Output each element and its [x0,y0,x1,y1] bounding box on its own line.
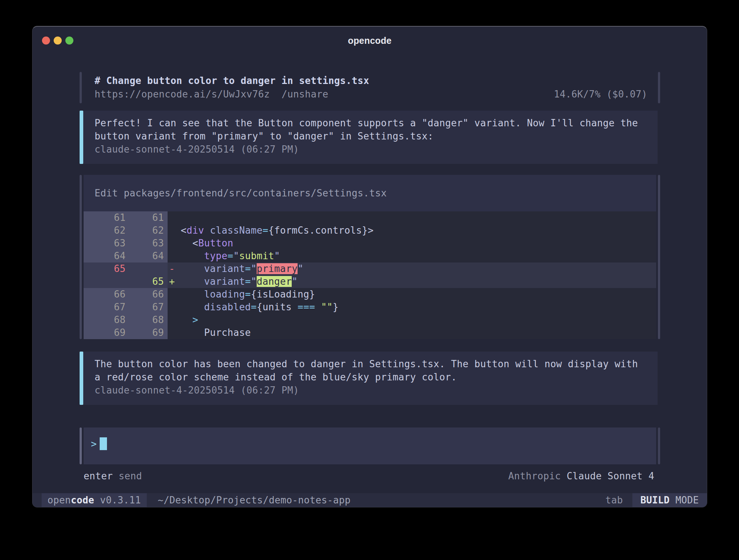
unshare-command: /unshare [282,88,328,101]
traffic-lights [42,27,73,54]
prompt-symbol: > [91,437,97,450]
diff-old-line-number: 68 [84,314,129,326]
diff-code-line: > [168,314,656,326]
enter-key-hint: enter [84,470,113,482]
diff-old-line-number: 64 [84,250,129,262]
diff-code-line: + variant="danger" [168,275,656,288]
edit-tool-card: Edit packages/frontend/src/containers/Se… [80,175,660,339]
diff-old-line-number: 63 [84,237,129,250]
opencode-window: opencode # Change button color to danger… [32,26,707,507]
diff-old-line-number: 66 [84,288,129,301]
diff-new-line-number: 64 [129,250,168,262]
diff-new-line-number: 63 [129,237,168,250]
mode-name: BUILD [640,495,670,506]
input-right-rail [658,427,660,464]
diff-old-line-number: 61 [84,211,129,224]
diff-code-line: loading={isLoading} [168,288,656,301]
message-accent-bar [80,111,83,164]
diff-code-line: Purchase [168,326,656,339]
diff-code-line: type="submit" [168,250,656,262]
app-name-code: code [71,495,94,506]
message-input[interactable]: > [84,427,656,464]
diff-row: 65+ variant="danger" [84,275,656,288]
model-label: Claude Sonnet 4 [567,470,654,482]
diff-row: 6868 > [84,314,656,326]
diff-old-line-number [84,275,129,288]
session-title: # Change button color to danger in setti… [95,74,369,88]
share-url: https://opencode.ai/s/UwJxv76z [95,88,270,101]
diff-old-line-number: 62 [84,224,129,237]
provider-label: Anthropic [508,470,561,482]
diff-row: 65- variant="primary" [84,262,656,275]
message-model-meta: claude-sonnet-4-20250514 (06:27 PM) [95,384,647,397]
edit-tool-title: Edit packages/frontend/src/containers/Se… [84,175,656,211]
diff-view: 61616262 <div className={formCs.controls… [84,211,656,339]
header-right-rail [658,72,660,103]
diff-new-line-number [129,262,168,275]
prompt-input-block: > [80,427,660,464]
diff-row: 6363 <Button [84,237,656,250]
diff-row: 6262 <div className={formCs.controls}> [84,224,656,237]
working-directory: ~/Desktop/Projects/demo-notes-app [158,493,351,507]
diff-row: 6969 Purchase [84,326,656,339]
status-bar: opencodev0.3.11 ~/Desktop/Projects/demo-… [32,493,707,507]
tab-key-hint[interactable]: tab [605,493,623,507]
mode-chip: BUILDMODE [632,493,707,507]
app-version-chip: opencodev0.3.11 [42,493,147,507]
message-text-line: a red/rose color scheme instead of the b… [95,371,647,384]
diff-code-line: - variant="primary" [168,262,656,275]
titlebar: opencode [32,27,707,54]
diff-new-line-number: 66 [129,288,168,301]
diff-row: 6161 [84,211,656,224]
diff-new-line-number: 67 [129,301,168,314]
diff-row: 6464 type="submit" [84,250,656,262]
session-content: # Change button color to danger in setti… [80,72,660,482]
diff-code-line: <Button [168,237,656,250]
close-button[interactable] [42,37,50,45]
zoom-button[interactable] [65,37,73,45]
message-text-line: Perfect! I can see that the Button compo… [95,116,647,130]
message-model-meta: claude-sonnet-4-20250514 (06:27 PM) [95,143,647,156]
minimize-button[interactable] [54,37,62,45]
card-right-rail [658,175,660,339]
diff-code-line: <div className={formCs.controls}> [168,224,656,237]
diff-new-line-number: 68 [129,314,168,326]
message-accent-bar [80,352,83,405]
assistant-message: Perfect! I can see that the Button compo… [80,111,658,164]
diff-old-line-number: 67 [84,301,129,314]
app-version: v0.3.11 [100,495,141,506]
input-left-rail [80,427,82,464]
card-left-rail [80,175,82,339]
diff-row: 6666 loading={isLoading} [84,288,656,301]
hint-bar: enter send Anthropic Claude Sonnet 4 [80,470,660,482]
diff-code-line: disabled={units === ""} [168,301,656,314]
text-cursor [100,437,107,450]
assistant-message: The button color has been changed to dan… [80,352,658,405]
app-name-open: open [47,495,71,506]
diff-new-line-number: 61 [129,211,168,224]
diff-code-line [168,211,656,224]
diff-new-line-number: 69 [129,326,168,339]
diff-row: 6767 disabled={units === ""} [84,301,656,314]
token-usage: 14.6K/7% ($0.07) [554,88,647,101]
diff-new-line-number: 65 [129,275,168,288]
header-left-rail [80,72,82,103]
enter-action-hint: send [119,470,142,482]
message-text-line: The button color has been changed to dan… [95,357,647,371]
window-title: opencode [348,35,392,46]
diff-new-line-number: 62 [129,224,168,237]
diff-old-line-number: 65 [84,262,129,275]
mode-suffix: MODE [675,495,699,506]
session-header: # Change button color to danger in setti… [80,72,660,103]
diff-old-line-number: 69 [84,326,129,339]
message-text-line: button variant from "primary" to "danger… [95,130,647,143]
